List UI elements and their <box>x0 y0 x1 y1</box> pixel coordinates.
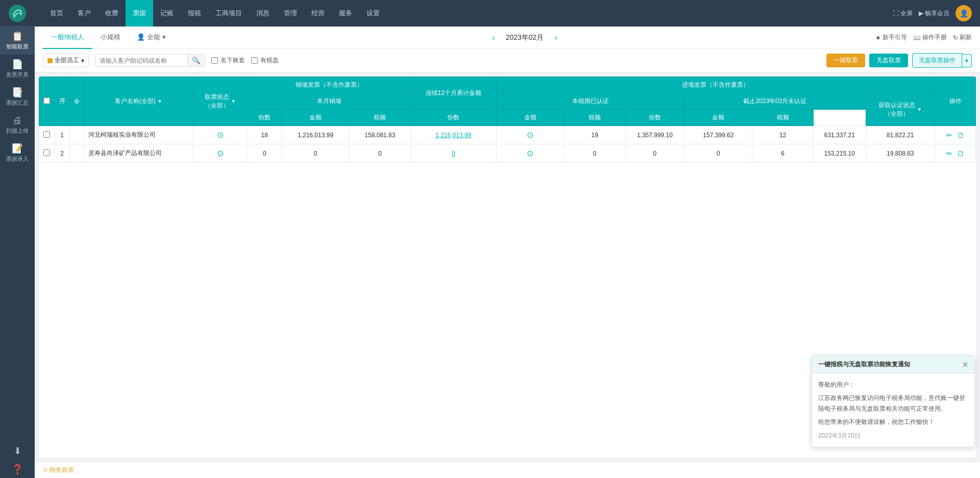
cumulative-link[interactable]: 1,216,013.99 <box>435 132 471 139</box>
employee-selector[interactable]: 全部员工 ▾ <box>43 54 89 67</box>
sidebar-item-scan-upload[interactable]: 🖨 扫描上传 <box>0 111 35 139</box>
th-amount1: 金额 <box>282 110 350 126</box>
subtabs-actions: ★ 新手引导 📖 操作手册 ↻ 刷新 <box>875 33 972 42</box>
nav-client[interactable]: 客户 <box>70 0 98 27</box>
invoice-open-icon: 📄 <box>12 60 23 69</box>
th-cumulative: 连续12个月累计金额 <box>410 77 496 110</box>
sidebar-item-smart-fetch-label: 智能取票 <box>6 43 29 51</box>
row-uncert-amount: 153,215.10 <box>814 144 866 163</box>
employee-dot <box>47 58 53 63</box>
client-filter-icon[interactable]: ▼ <box>157 98 162 104</box>
sidebar-item-invoice-entry[interactable]: 📝 票据录入 <box>0 139 35 167</box>
th-tax3: 税额 <box>752 110 814 126</box>
sidebar-item-invoice-summary[interactable]: 📑 票据汇总 <box>0 83 35 111</box>
nav-tax[interactable]: 报税 <box>181 0 208 27</box>
subscribed-checkbox-label[interactable]: 名下账套 <box>211 56 245 65</box>
fetch-status-check-icon: ⊙ <box>217 131 224 139</box>
th-sales-invoices: 销项发票（不含作废票） <box>248 77 410 93</box>
notification-close-button[interactable]: ✕ <box>962 361 968 369</box>
sidebar-item-smart-fetch[interactable]: 📋 智能取票 <box>0 27 35 55</box>
nav-home[interactable]: 首页 <box>43 0 70 27</box>
new-guide-button[interactable]: ★ 新手引导 <box>875 33 907 42</box>
subtab-all[interactable]: 👤 全能 ▾ <box>129 27 174 49</box>
topnav: 首页 客户 收费 票据 记账 报税 工商项目 消息 管理 经营 服务 设置 ⛶ … <box>35 0 980 27</box>
cert-status-filter-icon[interactable]: ▼ <box>917 107 922 112</box>
row-client-name: 灵寿县尚泽矿产品有限公司 <box>84 144 193 163</box>
no-disk-operations-main[interactable]: 无盘取票操作 <box>912 53 962 68</box>
th-cert-status-text: 获取认证状态（全部） <box>878 101 915 118</box>
subscribed-checkbox[interactable] <box>211 57 218 64</box>
row-edit-icon[interactable]: ✏ <box>946 131 952 139</box>
member-button[interactable]: ▶ 畅享会员 <box>919 9 949 18</box>
no-disk-operations-arrow[interactable]: ▾ <box>962 54 972 67</box>
row-settings <box>70 144 84 163</box>
table-row: 2 灵寿县尚泽矿产品有限公司 ⊙ 0 0 0 0 ⊙ 0 0 0 6 153,2… <box>39 144 976 163</box>
no-disk-operations-split: 无盘取票操作 ▾ <box>912 53 972 68</box>
nav-collection[interactable]: 收费 <box>98 0 126 27</box>
row-view-icon[interactable]: 🗋 <box>957 149 964 158</box>
subtab-general[interactable]: 一般纳税人 <box>43 27 92 49</box>
period-prev-button[interactable]: ‹ <box>487 32 500 44</box>
settings-icon: ⚙ <box>74 98 80 105</box>
sidebar-item-help[interactable]: ❓ <box>0 460 35 478</box>
cumulative-link[interactable]: 0 <box>452 150 455 157</box>
taxable-checkbox[interactable] <box>251 57 258 64</box>
sidebar-item-download[interactable]: ⬇ <box>0 441 35 460</box>
nav-service[interactable]: 服务 <box>332 0 359 27</box>
download-icon: ⬇ <box>14 446 21 456</box>
notification-line-2: 江苏政务网已恢复访问电子税务局功能，意代账一键登陆电子税务局与无盘取票相关功能可… <box>818 393 968 414</box>
row-uncert-tax: 81,822.21 <box>866 126 935 144</box>
th-checkbox <box>39 77 55 126</box>
notification-popup: 一键报税与无盘取票功能恢复通知 ✕ 尊敬的用户： 江苏政务网已恢复访问电子税务局… <box>812 356 975 447</box>
search-button[interactable]: 🔍 <box>187 55 205 66</box>
no-disk-fetch-button[interactable]: 无盘取票 <box>869 54 908 67</box>
cert-status-check-icon: ⊙ <box>527 131 533 139</box>
sidebar-bottom: ⬇ ❓ <box>0 441 35 478</box>
fetch-status-filter-icon[interactable]: ▼ <box>231 98 236 104</box>
cert-status-check-icon: ⊙ <box>527 149 533 158</box>
sidebar-item-invoice-summary-label: 票据汇总 <box>6 99 29 107</box>
refresh-button[interactable]: ↻ 刷新 <box>953 33 972 42</box>
row-checkbox[interactable] <box>43 149 50 156</box>
manual-button[interactable]: 📖 操作手册 <box>913 33 947 42</box>
th-num: 序 <box>55 77 70 126</box>
select-all-checkbox[interactable] <box>43 97 50 104</box>
subscribed-label: 名下账套 <box>220 56 245 65</box>
nav-bookkeeping[interactable]: 记账 <box>153 0 181 27</box>
taxable-checkbox-label[interactable]: 有税盘 <box>251 56 279 65</box>
nav-management[interactable]: 管理 <box>277 0 304 27</box>
row-actions: ✏ 🗋 <box>935 126 976 144</box>
notification-title: 一键报税与无盘取票功能恢复通知 <box>818 360 910 369</box>
search-input[interactable] <box>95 55 187 66</box>
row-uncert-amount: 631,337.21 <box>814 126 866 144</box>
subtab-small[interactable]: 小规模 <box>92 27 129 49</box>
nav-operation[interactable]: 经营 <box>304 0 332 27</box>
period-next-button[interactable]: › <box>550 32 562 44</box>
taxable-label: 有税盘 <box>260 56 279 65</box>
th-settings[interactable]: ⚙ <box>70 77 84 126</box>
row-edit-icon[interactable]: ✏ <box>946 149 952 158</box>
row-amount1: 1,216,013.99 <box>282 126 350 144</box>
notification-body: 尊敬的用户： 江苏政务网已恢复访问电子税务局功能，意代账一键登陆电子税务局与无盘… <box>812 373 974 447</box>
row-settings <box>70 126 84 144</box>
bottom-tax-policy-bar[interactable]: ⊙ 税务政策 <box>35 462 980 478</box>
row-actions: ✏ 🗋 <box>935 144 976 163</box>
nav-settings[interactable]: 设置 <box>359 0 387 27</box>
user-avatar[interactable]: 👤 <box>955 5 972 21</box>
manual-icon: 📖 <box>913 34 921 41</box>
row-checkbox[interactable] <box>43 131 50 138</box>
row-client-name: 河北柯瑞核实业有限公司 <box>84 126 193 144</box>
one-key-fetch-button[interactable]: 一键取票 <box>826 54 865 67</box>
row-checkbox-cell <box>39 126 55 144</box>
nav-message[interactable]: 消息 <box>249 0 277 27</box>
fullscreen-button[interactable]: ⛶ 全屏 <box>893 9 913 18</box>
nav-business[interactable]: 工商项目 <box>208 0 249 27</box>
nav-invoice[interactable]: 票据 <box>126 0 153 27</box>
employee-chevron: ▾ <box>81 57 84 64</box>
th-copies3: 份数 <box>625 110 684 126</box>
th-amount3: 金额 <box>684 110 752 126</box>
row-cert-copies: 19 <box>564 126 625 144</box>
row-view-icon[interactable]: 🗋 <box>957 131 964 139</box>
sidebar-item-invoice-open[interactable]: 📄 发票开具 <box>0 55 35 83</box>
notification-line-1: 尊敬的用户： <box>818 380 968 390</box>
